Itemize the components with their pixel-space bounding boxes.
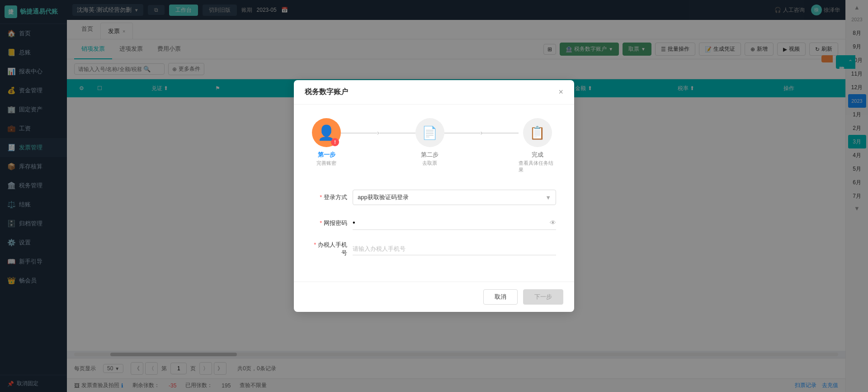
modal-footer: 取消 下一步 xyxy=(294,282,574,312)
step-2-title: 第二步 xyxy=(421,151,439,159)
password-label: * 网报密码 xyxy=(312,219,353,227)
step-3-subtitle: 查看具体任务结果 xyxy=(519,160,556,173)
steps-indicator: 👤 ! 第一步 完善账密 › 📄 第二步 去取票 xyxy=(312,118,556,173)
login-method-row: * 登录方式 app获取验证码登录 ▼ xyxy=(312,190,556,205)
password-input[interactable] xyxy=(353,219,550,227)
modal-title: 税务数字账户 xyxy=(305,87,348,97)
login-method-label-text: 登录方式 xyxy=(324,194,347,201)
password-row: * 网报密码 👁 xyxy=(312,216,556,230)
phone-control xyxy=(353,243,556,255)
required-star-2: * xyxy=(320,220,322,226)
step-3-icon: 📋 xyxy=(529,125,545,140)
required-star: * xyxy=(320,194,322,201)
step-2-icon-wrap: 📄 xyxy=(415,118,444,147)
step-3-title: 完成 xyxy=(532,151,543,159)
step-2-icon: 📄 xyxy=(422,125,438,140)
select-arrow-icon: ▼ xyxy=(545,194,551,201)
login-method-control: app获取验证码登录 ▼ xyxy=(353,190,556,205)
step-2-subtitle: 去取票 xyxy=(422,160,437,167)
modal-close-btn[interactable]: × xyxy=(558,87,563,97)
login-method-value: app获取验证码登录 xyxy=(358,193,409,201)
step-connector-1b xyxy=(379,133,415,134)
password-field-wrap: 👁 xyxy=(353,216,556,230)
step-connector-2b xyxy=(482,133,519,134)
next-button[interactable]: 下一步 xyxy=(523,289,563,305)
phone-input[interactable] xyxy=(353,243,556,255)
eye-icon[interactable]: 👁 xyxy=(550,219,556,226)
step-3-icon-wrap: 📋 xyxy=(523,118,552,147)
step-connector-2 xyxy=(444,133,481,134)
password-label-text: 网报密码 xyxy=(324,220,347,226)
phone-label: * 办税人手机号 xyxy=(312,241,353,257)
step-1-subtitle: 完善账密 xyxy=(316,160,336,167)
login-method-label: * 登录方式 xyxy=(312,193,353,201)
required-star-3: * xyxy=(314,241,316,248)
modal-overlay: 税务数字账户 × 👤 ! 第一步 完善账密 › xyxy=(0,0,868,392)
step-2: 📄 第二步 去取票 xyxy=(415,118,444,167)
step-1-title: 第一步 xyxy=(318,151,335,159)
step-3: 📋 完成 查看具体任务结果 xyxy=(519,118,556,173)
modal-header: 税务数字账户 × xyxy=(294,80,574,105)
step-1-badge: ! xyxy=(331,138,339,146)
cancel-button[interactable]: 取消 xyxy=(483,289,518,305)
phone-label-text: 办税人手机号 xyxy=(318,241,347,256)
step-connector-1 xyxy=(341,133,377,134)
modal-body: 👤 ! 第一步 完善账密 › 📄 第二步 去取票 xyxy=(294,105,574,282)
modal-tax-digital: 税务数字账户 × 👤 ! 第一步 完善账密 › xyxy=(294,80,574,312)
step-1: 👤 ! 第一步 完善账密 xyxy=(312,118,341,167)
phone-row: * 办税人手机号 xyxy=(312,241,556,257)
password-control: 👁 xyxy=(353,216,556,230)
login-method-select[interactable]: app获取验证码登录 ▼ xyxy=(353,190,556,205)
